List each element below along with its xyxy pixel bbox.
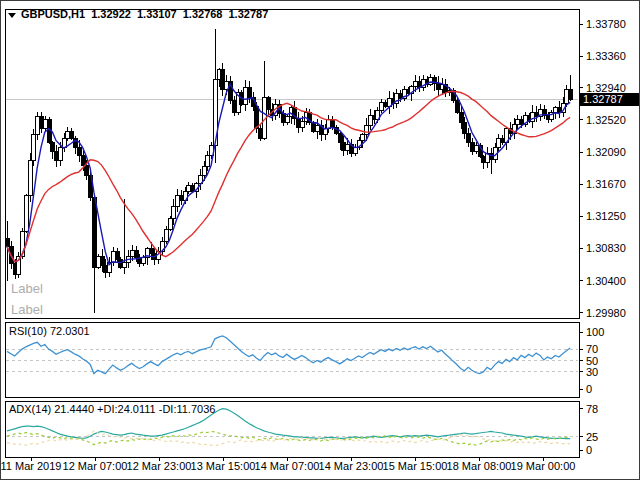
candle-bear — [191, 185, 195, 191]
price-tick-label: 1.32090 — [586, 146, 626, 158]
candle-bull — [369, 115, 373, 125]
price-tick-label: 1.31670 — [586, 178, 626, 190]
candle-bear — [520, 120, 524, 125]
rsi-scale-label: 100 — [586, 326, 604, 338]
candle-bull — [475, 146, 479, 152]
candle-bull — [497, 138, 501, 148]
candle-bear — [331, 120, 335, 128]
candle-bear — [467, 133, 471, 142]
candle-bear — [70, 131, 74, 138]
chart-text-object[interactable]: Label — [11, 302, 43, 317]
candle-bear — [460, 112, 464, 123]
candle-bear — [74, 138, 78, 147]
minus-DI-line — [7, 431, 570, 446]
candle-bull — [361, 135, 365, 140]
candle-bear — [437, 83, 441, 89]
candle-bull — [123, 262, 127, 267]
symbol-timeframe: GBPUSD,H1 — [21, 8, 85, 20]
candle-bear — [384, 102, 388, 107]
candle-bull — [346, 144, 350, 150]
candle-bull — [44, 120, 48, 129]
candle-bear — [339, 133, 343, 142]
rsi-line — [7, 336, 570, 374]
price-tick-label: 1.31250 — [586, 210, 626, 222]
candle-bull — [206, 155, 210, 166]
candle-bear — [180, 196, 184, 201]
rsi-scale-label: 70 — [586, 343, 598, 355]
candle-bear — [85, 165, 89, 176]
candle-bull — [131, 250, 135, 256]
price-tick-label: 1.32520 — [586, 114, 626, 126]
candle-bull — [324, 129, 328, 135]
ohlc-low: 1.32768 — [183, 8, 223, 20]
candle-bull — [25, 196, 29, 232]
adx-scale-label: 25 — [586, 431, 598, 443]
candle-bear — [101, 256, 105, 265]
candle-bull — [169, 218, 173, 229]
candle-bull — [176, 196, 180, 207]
candle-bear — [6, 239, 10, 247]
rsi-indicator-label: RSI(10) 72.0301 — [9, 325, 90, 337]
candle-bear — [569, 89, 573, 99]
candle-bull — [301, 121, 305, 127]
adx-scale-label: 78 — [586, 403, 598, 415]
plusminus-DI-line — [7, 431, 570, 445]
candle-bear — [82, 155, 86, 165]
candle-bull — [66, 131, 70, 138]
candle-bull — [516, 120, 520, 125]
candle-bull — [187, 185, 191, 191]
ohlc-open: 1.32922 — [91, 8, 131, 20]
pane-border — [5, 9, 579, 318]
candle-bull — [36, 117, 40, 135]
candle-bear — [78, 147, 82, 155]
candle-bull — [244, 87, 248, 104]
candle-bear — [342, 143, 346, 151]
candle-bear — [150, 249, 154, 254]
candle-bear — [456, 100, 460, 112]
candle-bear — [312, 123, 316, 132]
chart-text-object[interactable]: Label — [11, 281, 43, 296]
pane-border — [5, 322, 579, 397]
candle-bull — [29, 161, 33, 196]
candle-bull — [414, 82, 418, 87]
adx-scale-label: 0 — [586, 444, 592, 456]
candle-bear — [51, 143, 55, 152]
candle-bull — [554, 108, 558, 113]
candle-bear — [482, 156, 486, 162]
candle-bear — [248, 87, 252, 97]
candle-bull — [59, 148, 63, 161]
candle-bear — [40, 117, 44, 129]
rsi-scale-label: 0 — [586, 383, 592, 395]
candle-bear — [501, 138, 505, 143]
candle-bull — [97, 256, 101, 267]
candle-bear — [116, 252, 120, 260]
candle-bear — [267, 97, 271, 109]
rsi-scale-label: 30 — [586, 366, 598, 378]
candle-bull — [380, 102, 384, 110]
price-tick-label: 1.30830 — [586, 242, 626, 254]
ohlc-high: 1.33107 — [137, 8, 177, 20]
time-tick-label: 19 Mar 00:00 — [495, 460, 591, 472]
candle-bull — [286, 117, 290, 123]
candle-bear — [221, 70, 225, 90]
candle-bear — [297, 118, 301, 127]
candle-bear — [463, 123, 467, 134]
candle-bull — [142, 258, 146, 264]
candle-bull — [316, 126, 320, 132]
ohlc-close: 1.32787 — [228, 8, 268, 20]
chart-title: GBPUSD,H11.329221.331071.327681.32787 — [21, 8, 274, 20]
candle-bull — [365, 125, 369, 135]
candle-bull — [565, 89, 569, 103]
candle-bull — [354, 148, 358, 153]
candle-bear — [104, 265, 108, 272]
candle-bear — [93, 197, 97, 267]
candle-bull — [112, 252, 116, 263]
price-tick-label: 1.30400 — [586, 275, 626, 287]
candle-bull — [172, 206, 176, 218]
candle-bull — [165, 229, 169, 241]
candle-bear — [471, 143, 475, 152]
candle-bear — [233, 100, 237, 112]
price-tick-label: 1.33780 — [586, 18, 626, 30]
price-tick-label: 1.33360 — [586, 50, 626, 62]
symbol-dropdown-icon[interactable] — [8, 13, 16, 18]
